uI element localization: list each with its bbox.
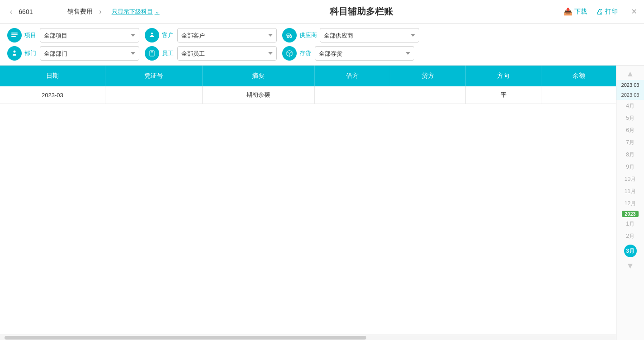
show-sub-chevron-icon: ⌄ [155,8,160,15]
supplier-icon [282,28,297,42]
cell-debit [315,86,390,104]
col-summary: 摘要 [202,66,315,86]
page-title: 科目辅助多栏账 [163,5,560,18]
cell-voucher [105,86,202,104]
timeline-item-4[interactable]: 4月 [616,100,644,112]
col-direction: 方向 [466,66,541,86]
supplier-label: 供应商 [299,31,317,39]
timeline-item-6[interactable]: 6月 [616,124,644,137]
department-icon [7,46,22,61]
timeline-item-7[interactable]: 7月 [616,137,644,149]
customer-select[interactable]: 全部客户 [177,28,277,42]
customer-filter-item: 客户 全部客户 [145,28,277,42]
download-icon: 📥 [564,7,573,16]
project-icon [7,28,22,42]
svg-rect-1 [11,34,18,35]
timeline-item-3-current[interactable]: 3月 [616,242,644,260]
col-credit: 贷方 [390,66,466,86]
print-icon: 🖨 [596,8,603,16]
filter-row-1: 项目 全部项目 客户 全部客户 [7,28,637,42]
inventory-select[interactable]: 全部存货 [315,46,414,61]
timeline-item-2[interactable]: 2月 [616,230,644,242]
download-btn[interactable]: 📥 下载 [564,7,587,16]
sidebar-up-btn[interactable]: ▲ [624,67,637,80]
nav-next-btn[interactable]: › [96,7,104,17]
timeline-item-9[interactable]: 9月 [616,161,644,173]
sidebar-down-btn[interactable]: ▼ [624,260,637,272]
header-actions: 📥 下载 🖨 打印 × [564,6,637,17]
svg-point-4 [290,36,292,38]
scrollbar-area[interactable] [0,335,616,340]
timeline-item-2023-03-second[interactable]: 2023.03 [616,90,644,100]
employee-filter-item: 员工 全部员工 [145,46,277,61]
timeline-year-2023[interactable]: 2023 [616,210,644,218]
cell-balance [541,86,616,104]
header-bar: ‹ 6601 销售费用 › 只显示下级科目 ⌄ 科目辅助多栏账 📥 下载 🖨 打… [0,0,644,24]
employee-select[interactable]: 全部员工 [177,46,277,61]
svg-point-3 [287,36,289,38]
timeline-item-2023-03-first[interactable]: 2023.03 [616,80,644,90]
right-sidebar: ▲ 2023.03 2023.03 4月 5月 6月 7月 8月 9月 10月 … [616,66,644,340]
inventory-icon [282,46,297,61]
svg-line-10 [287,52,289,54]
close-btn[interactable]: × [631,6,637,17]
timeline-item-1[interactable]: 1月 [616,218,644,230]
cell-date: 2023-03 [0,86,105,104]
content-area: 日期 凭证号 摘要 借方 贷方 方向 余额 2023-03 [0,66,644,340]
current-month-badge: 3月 [624,245,637,257]
employee-icon [145,46,159,61]
supplier-filter-item: 供应商 全部供应商 [282,28,419,42]
employee-label: 员工 [162,49,175,57]
year-tag-2023: 2023 [622,211,638,217]
filter-section: 项目 全部项目 客户 全部客户 [0,24,644,66]
cell-summary: 期初余额 [202,86,315,104]
print-btn[interactable]: 🖨 打印 [596,8,618,16]
filter-row-2: 部门 全部部门 员工 全部员工 [7,46,637,61]
inventory-filter-item: 存货 全部存货 [282,46,414,61]
account-code: 6601 [19,8,64,15]
project-label: 项目 [24,31,37,39]
department-label: 部门 [24,49,37,57]
timeline-item-10[interactable]: 10月 [616,173,644,185]
show-sub-btn[interactable]: 只显示下级科目 ⌄ [112,8,160,16]
department-select[interactable]: 全部部门 [40,46,139,61]
svg-point-5 [14,51,16,53]
customer-icon [145,28,159,42]
download-label: 下载 [574,8,587,16]
project-filter-item: 项目 全部项目 [7,28,139,42]
col-balance: 余额 [541,66,616,86]
svg-rect-0 [11,33,18,33]
show-sub-label: 只显示下级科目 [112,8,153,16]
col-date: 日期 [0,66,105,86]
timeline-item-5[interactable]: 5月 [616,112,644,124]
svg-rect-2 [11,36,16,37]
timeline-item-8[interactable]: 8月 [616,149,644,161]
cell-direction: 平 [466,86,541,104]
account-name: 销售费用 [67,8,93,16]
col-debit: 借方 [315,66,390,86]
svg-line-9 [289,52,292,54]
table-header-row: 日期 凭证号 摘要 借方 贷方 方向 余额 [0,66,616,86]
data-table: 日期 凭证号 摘要 借方 贷方 方向 余额 2023-03 [0,66,616,104]
scrollbar-thumb[interactable] [5,336,366,340]
timeline-item-11[interactable]: 11月 [616,185,644,198]
customer-label: 客户 [162,31,175,39]
inventory-label: 存货 [299,49,312,57]
department-filter-item: 部门 全部部门 [7,46,139,61]
project-select[interactable]: 全部项目 [40,28,139,42]
timeline-item-12[interactable]: 12月 [616,198,644,210]
supplier-select[interactable]: 全部供应商 [320,28,419,42]
cell-credit [390,86,466,104]
nav-prev-btn[interactable]: ‹ [7,7,15,17]
table-area: 日期 凭证号 摘要 借方 贷方 方向 余额 2023-03 [0,66,616,340]
col-voucher: 凭证号 [105,66,202,86]
table-row: 2023-03 期初余额 平 [0,86,616,104]
main-window: ‹ 6601 销售费用 › 只显示下级科目 ⌄ 科目辅助多栏账 📥 下载 🖨 打… [0,0,644,340]
print-label: 打印 [605,8,618,16]
